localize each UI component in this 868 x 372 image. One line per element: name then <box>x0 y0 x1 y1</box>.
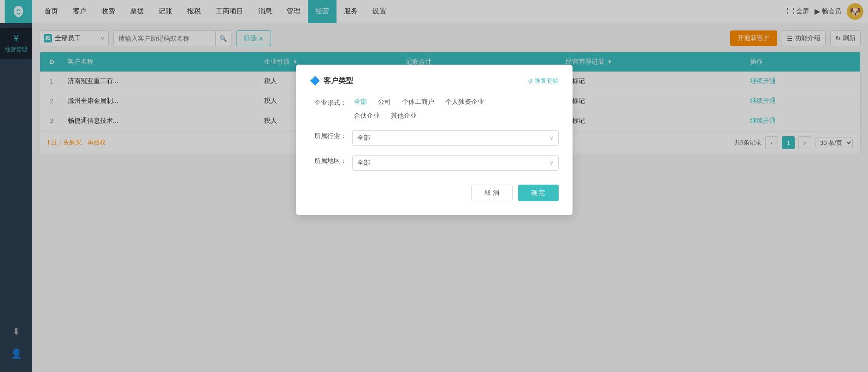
region-value: 全部 <box>357 159 370 167</box>
region-select[interactable]: 全部 ∨ <box>352 155 559 171</box>
modal-title-icon: 🔷 <box>310 76 320 86</box>
reset-icon: ↺ <box>528 78 533 84</box>
confirm-button[interactable]: 确 定 <box>518 185 559 201</box>
enterprise-options: 全部 公司 个体工商户 个人独资企业 合伙企业 其他企业 <box>352 97 559 121</box>
region-select-wrap: 全部 ∨ <box>352 155 559 171</box>
enterprise-form-label: 企业形式： <box>310 97 347 107</box>
modal-title-text: 客户类型 <box>324 76 353 86</box>
filter-modal: 🔷 客户类型 ↺ 恢复初始 企业形式： 全部 公司 个体工商户 个人独资企业 合… <box>296 65 573 215</box>
type-option-sole[interactable]: 个人独资企业 <box>443 97 486 107</box>
industry-label: 所属行业： <box>310 130 347 140</box>
industry-select-wrap: 全部 ∨ <box>352 130 559 146</box>
type-options-wrap2: 合伙企业 其他企业 <box>352 111 559 121</box>
cancel-button[interactable]: 取 消 <box>471 185 513 201</box>
region-form-row: 所属地区： 全部 ∨ <box>310 155 559 171</box>
region-select-arrow: ∨ <box>549 160 554 166</box>
type-option-all[interactable]: 全部 <box>352 97 369 107</box>
type-option-individual[interactable]: 个体工商户 <box>400 97 436 107</box>
industry-select-arrow: ∨ <box>549 135 554 141</box>
industry-select[interactable]: 全部 ∨ <box>352 130 559 146</box>
type-option-partnership[interactable]: 合伙企业 <box>352 111 382 121</box>
type-options-wrap: 全部 公司 个体工商户 个人独资企业 <box>352 97 559 107</box>
reset-button[interactable]: ↺ 恢复初始 <box>528 77 559 85</box>
industry-form-row: 所属行业： 全部 ∨ <box>310 130 559 146</box>
region-label: 所属地区： <box>310 155 347 165</box>
type-option-other[interactable]: 其他企业 <box>389 111 419 121</box>
enterprise-form-row: 企业形式： 全部 公司 个体工商户 个人独资企业 合伙企业 其他企业 <box>310 97 559 121</box>
modal-title: 🔷 客户类型 <box>310 76 353 86</box>
modal-overlay[interactable]: 🔷 客户类型 ↺ 恢复初始 企业形式： 全部 公司 个体工商户 个人独资企业 合… <box>0 0 868 372</box>
modal-header: 🔷 客户类型 ↺ 恢复初始 <box>310 76 559 86</box>
type-option-company[interactable]: 公司 <box>376 97 393 107</box>
industry-value: 全部 <box>357 134 370 142</box>
reset-label: 恢复初始 <box>535 77 559 85</box>
modal-footer: 取 消 确 定 <box>310 185 559 201</box>
